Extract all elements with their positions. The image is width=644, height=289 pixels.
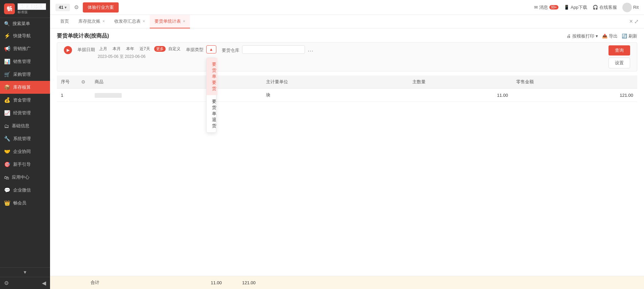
date-last-month[interactable]: 上月	[98, 45, 109, 52]
date-filter-group: 单据日期 上月 本月 本年 近7天 更多 自定义 2023-05-06 至 20…	[77, 45, 181, 60]
type-dropdown-menu: 要货单要货 要货单退货	[206, 58, 216, 133]
warehouse-filter-group: 要货仓库 …	[222, 45, 314, 54]
warehouse-filter-input[interactable]	[242, 45, 305, 54]
tab-request-label: 要货单统计表	[154, 18, 181, 24]
print-chevron: ▾	[596, 34, 598, 39]
tab-summary[interactable]: 收发存汇总表 ×	[110, 15, 150, 28]
sidebar-scroll-down[interactable]: ▼	[0, 267, 50, 277]
page-header: 要货单统计表(按商品) 🖨 按模板打印 ▾ 📤 导出 🔄 刷新	[50, 28, 644, 42]
sidebar-item-label-enterprise: 企业协同	[13, 149, 31, 155]
user-area[interactable]: Rit	[622, 3, 639, 12]
topbar-right: ✉ 消息 99+ 📱 App下载 🎧 在线客服 Rit	[534, 3, 639, 12]
page-title: 要货单统计表(按商品)	[57, 32, 109, 40]
tab-home[interactable]: 首页	[55, 15, 74, 28]
sidebar-item-basic[interactable]: 🗂基础信息	[0, 119, 50, 132]
sidebar-item-enterprise[interactable]: 🤝企业协同	[0, 145, 50, 158]
tab-expand-btn[interactable]: ⤢	[634, 18, 639, 25]
search-icon: 🔍	[4, 21, 10, 26]
quick-icon: ⚡	[4, 33, 10, 39]
sidebar-item-label-inventory: 库存核算	[13, 84, 31, 90]
col-settings-icon[interactable]: ⚙	[81, 79, 86, 85]
col-settings-header[interactable]: ⚙	[77, 75, 91, 89]
footer-total-label: 合计	[91, 280, 158, 286]
sidebar-item-inventory[interactable]: 📦库存核算	[0, 81, 50, 94]
tab-home-label: 首页	[60, 18, 69, 24]
online-service-label: 在线客服	[599, 4, 617, 10]
type-option-return[interactable]: 要货单退货	[207, 95, 217, 132]
row-qty: 11.00	[408, 89, 512, 102]
trial-btn[interactable]: 体验行业方案	[83, 2, 119, 13]
sidebar-item-label-operation: 经营管理	[13, 110, 31, 116]
refresh-label: 刷新	[628, 33, 637, 39]
date-this-month[interactable]: 本月	[111, 45, 122, 52]
sidebar-settings-icon[interactable]: ⚙	[4, 280, 9, 286]
close-all-tabs-btn[interactable]: ×	[629, 18, 633, 25]
sidebar-item-appstore[interactable]: 🛍应用中心	[0, 171, 50, 184]
data-table: 序号 ⚙ 商品 主计量单位 主数量 零售金额 1	[57, 75, 637, 102]
online-service-btn[interactable]: 🎧 在线客服	[593, 4, 617, 10]
product-placeholder	[95, 93, 122, 98]
type-filter-input[interactable]: ▲	[206, 45, 216, 53]
refresh-icon: 🔄	[622, 34, 627, 39]
sidebar-item-label-wechat: 企业微信	[13, 187, 31, 193]
tab-batch-close[interactable]: ×	[102, 19, 105, 24]
date-last-7[interactable]: 近7天	[138, 45, 151, 52]
date-this-year[interactable]: 本年	[125, 45, 136, 52]
sidebar-item-label-sales: 销售管理	[13, 59, 31, 65]
refresh-btn[interactable]: 🔄 刷新	[622, 33, 637, 39]
sidebar-item-operation[interactable]: 📈经营管理	[0, 107, 50, 119]
app-download-btn[interactable]: 📱 App下载	[564, 4, 587, 10]
sidebar-item-label-finance: 资金管理	[13, 97, 31, 103]
query-btn[interactable]: 查询	[609, 45, 630, 55]
sidebar-item-label-member: 畅会员	[13, 200, 26, 206]
date-custom-btn[interactable]: 自定义	[168, 46, 181, 52]
page-actions: 🖨 按模板打印 ▾ 📤 导出 🔄 刷新	[567, 33, 637, 39]
sidebar-item-sales[interactable]: 📊销售管理	[0, 55, 50, 68]
search-menu-btn[interactable]: 🔍 搜索菜单	[0, 18, 50, 29]
topbar: 41 ▾ ⚙ 体验行业方案 ✉ 消息 99+ 📱 App下载 🎧 在线客服 R	[50, 0, 644, 15]
sidebar-item-quick[interactable]: ⚡快捷导航	[0, 29, 50, 42]
newbie-icon: 🎯	[4, 161, 10, 168]
type-dropdown-wrapper: ▲ 要货单要货 要货单退货	[206, 45, 216, 53]
tabs-bar: 首页 库存批次账 × 收发存汇总表 × 要货单统计表 × × ⤢	[50, 15, 644, 28]
filter-settings-btn[interactable]: 设置	[609, 58, 630, 68]
breadcrumb-chevron: ▾	[65, 5, 67, 10]
col-product-header: 商品	[91, 75, 262, 89]
topbar-gear-icon[interactable]: ⚙	[74, 4, 79, 10]
export-btn[interactable]: 📤 导出	[602, 33, 618, 39]
topbar-breadcrumb[interactable]: 41 ▾	[55, 4, 70, 11]
sidebar-collapse-icon[interactable]: ◀	[42, 280, 46, 286]
logo-icon: 畅	[4, 3, 15, 14]
tab-batch[interactable]: 库存批次账 ×	[74, 15, 110, 28]
date-filter-label: 单据日期	[77, 47, 95, 53]
table-footer: 合计 11.00 121.00	[50, 276, 644, 289]
tab-request-close[interactable]: ×	[183, 19, 185, 24]
filter-actions: 查询 设置	[609, 45, 630, 68]
sidebar-item-newbie[interactable]: 🎯新手引导	[0, 158, 50, 171]
type-filter-label: 单据类型	[186, 47, 204, 53]
sidebar-item-finance[interactable]: 💰资金管理	[0, 94, 50, 107]
system-icon: 🔧	[4, 136, 10, 142]
print-label: 按模板打印	[572, 33, 594, 39]
print-btn[interactable]: 🖨 按模板打印 ▾	[567, 33, 598, 39]
filter-more-icon[interactable]: …	[308, 46, 314, 53]
date-shortcuts: 上月 本月 本年 近7天 更多 自定义	[98, 45, 181, 52]
date-more-btn[interactable]: 更多	[154, 46, 166, 52]
sidebar-item-member[interactable]: 👑畅会员	[0, 197, 50, 209]
message-btn[interactable]: ✉ 消息 99+	[534, 4, 558, 10]
user-avatar	[622, 3, 632, 12]
sidebar-item-system[interactable]: 🔧系统管理	[0, 132, 50, 145]
wechat-icon: 💬	[4, 187, 10, 193]
filter-expand-btn[interactable]: ▶	[64, 46, 72, 54]
tab-summary-close[interactable]: ×	[143, 19, 145, 24]
sidebar-item-label-basic: 基础信息	[12, 123, 29, 129]
sidebar-item-label-system: 系统管理	[13, 136, 31, 142]
search-menu-label: 搜索菜单	[13, 21, 30, 27]
tab-request[interactable]: 要货单统计表 ×	[150, 15, 190, 28]
sidebar-item-wechat[interactable]: 💬企业微信	[0, 184, 50, 197]
type-option-order[interactable]: 要货单要货	[207, 58, 217, 95]
sidebar-item-purchase[interactable]: 🛒采购管理	[0, 68, 50, 81]
inventory-icon: 📦	[4, 84, 10, 90]
col-seq-header: 序号	[57, 75, 77, 89]
sidebar-item-marketing[interactable]: 📢营销推广	[0, 42, 50, 55]
